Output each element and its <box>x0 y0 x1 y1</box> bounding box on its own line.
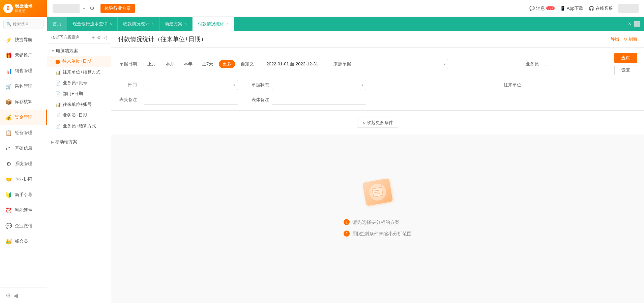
window-close-button[interactable]: × <box>628 21 631 27</box>
sidebar-item-member[interactable]: 👑 畅会员 <box>0 234 47 249</box>
last-month-button[interactable]: 上月 <box>144 60 160 68</box>
sidebar-item-basic-info[interactable]: 🗃 基础信息 <box>0 141 47 156</box>
scheme-item-partner-account[interactable]: 📊 往来单位+账号 <box>47 99 111 110</box>
last-7days-button[interactable]: 近7天 <box>198 60 217 68</box>
refresh-button[interactable]: ↻ 刷新 <box>623 36 637 42</box>
system-icon: ⚙ <box>5 161 12 167</box>
tab-receive-stats[interactable]: 收款情况统计 × <box>118 17 159 31</box>
sidebar: 6 畅捷通讯 标准版 🔍 搜索菜单 ⚡ 快捷导航 🎁 营销推广 📊 销售管理 🛒… <box>0 0 47 303</box>
tab-close-receive-stats[interactable]: × <box>151 22 154 26</box>
scheme-chart-icon: 📊 <box>55 70 61 75</box>
header-note-input[interactable] <box>144 95 238 105</box>
sidebar-item-enterprise[interactable]: 🤝 企业协同 <box>0 172 47 187</box>
date-range-display[interactable]: 2022-01-01 至 2022-12-31 <box>264 60 320 68</box>
collapse-more-button[interactable]: ∧ 收起更多条件 <box>357 118 398 128</box>
export-button[interactable]: ↑ 导出 <box>607 36 620 42</box>
sidebar-item-guide[interactable]: 🔰 新手引导 <box>0 187 47 203</box>
scheme-doc-icon2: 📄 <box>55 91 61 96</box>
sidebar-item-inventory[interactable]: 📦 库存核算 <box>0 94 47 110</box>
guide-icon: 🔰 <box>5 192 12 198</box>
scheme-item-salesman-date[interactable]: 📄 业务员+日期 <box>47 110 111 121</box>
footer-collapse-button[interactable]: ◀ <box>13 292 18 299</box>
scheme-doc-icon: 📄 <box>55 81 61 86</box>
this-month-button[interactable]: 本月 <box>162 60 178 68</box>
custom-date-button[interactable]: 自定义 <box>237 60 258 68</box>
scheme-group-mobile: ▶ 移动端方案 <box>47 133 111 149</box>
collapse-area: ∧ 收起更多条件 <box>111 111 644 134</box>
dept-select[interactable]: ▾ <box>144 80 238 90</box>
sidebar-item-sales[interactable]: 📊 销售管理 <box>0 63 47 79</box>
scheme-item-salesman-settle[interactable]: 📄 业务员+结算方式 <box>47 121 111 131</box>
inventory-icon: 📦 <box>5 99 12 105</box>
sidebar-header: 6 畅捷通讯 标准版 <box>0 0 47 17</box>
body-note-input[interactable] <box>272 95 366 105</box>
tab-new-scheme[interactable]: 新建方案 × <box>159 17 193 31</box>
topbar-settings-button[interactable]: ⚙ <box>90 5 94 11</box>
source-doc-select[interactable]: ▾ <box>354 59 448 69</box>
filter-settings-button[interactable]: 设置 <box>614 65 637 75</box>
pc-group-arrow: ▼ <box>51 49 55 53</box>
more-dates-button[interactable]: 更多 <box>219 60 235 68</box>
this-year-button[interactable]: 本年 <box>180 60 196 68</box>
scheme-item-partner-settle[interactable]: 📊 往来单位+结算方式 <box>47 67 111 78</box>
app-download-button[interactable]: 📱 App下载 <box>560 5 583 11</box>
logo-icon: 6 <box>3 4 13 13</box>
sidebar-item-operations[interactable]: 📋 经营管理 <box>0 125 47 141</box>
sidebar-item-quick-nav[interactable]: ⚡ 快捷导航 <box>0 32 47 48</box>
sidebar-footer: ⚙ ◀ <box>0 287 47 303</box>
topbar-user-area <box>53 4 80 13</box>
empty-icon <box>357 177 398 211</box>
doc-status-arrow: ▾ <box>361 83 363 87</box>
partner-input[interactable] <box>524 80 585 90</box>
topbar-dropdown-button[interactable]: ▾ <box>83 6 85 11</box>
tab-home[interactable]: 首页 <box>47 17 67 31</box>
sidebar-item-marketing[interactable]: 🎁 营销推广 <box>0 48 47 63</box>
scheme-settings-button[interactable]: ⚙ <box>97 35 101 40</box>
window-maximize-button[interactable]: ⬜ <box>634 21 641 27</box>
tab-close-new-scheme[interactable]: × <box>184 22 187 26</box>
search-menu-button[interactable]: 🔍 搜索菜单 <box>3 20 43 29</box>
messages-button[interactable]: 💬 消息 99+ <box>529 5 555 11</box>
page-title: 付款情况统计（往来单位+日期） <box>118 35 607 43</box>
filter-area: 单据日期 上月 本月 本年 近7天 更多 自定义 2022-01-01 至 20… <box>111 48 644 111</box>
try-industry-button[interactable]: 体验行业方案 <box>100 4 135 13</box>
sidebar-item-finance[interactable]: 💰 资金管理 <box>0 110 47 125</box>
tab-bank-flow[interactable]: 现金银行流水查询 × <box>67 17 118 31</box>
footer-settings-button[interactable]: ⚙ <box>5 292 11 299</box>
message-icon: 💬 <box>529 6 535 11</box>
sidebar-item-hardware[interactable]: ⏰ 智能硬件 <box>0 203 47 218</box>
scheme-active-icon: ⬤ <box>55 59 60 64</box>
doc-status-select[interactable]: ▾ <box>272 80 366 90</box>
online-service-button[interactable]: 🎧 在线客服 <box>589 5 613 11</box>
scheme-group-pc-header[interactable]: ▼ 电脑端方案 <box>47 46 111 56</box>
filter-row-1: 单据日期 上月 本月 本年 近7天 更多 自定义 2022-01-01 至 20… <box>118 53 637 75</box>
mobile-group-arrow: ▶ <box>51 140 54 144</box>
query-button[interactable]: 查询 <box>614 53 637 63</box>
source-doc-arrow: ▾ <box>443 62 445 66</box>
sidebar-item-purchase[interactable]: 🛒 采购管理 <box>0 79 47 94</box>
salesman-input[interactable] <box>541 59 602 69</box>
sidebar-item-weixin[interactable]: 💬 企业微信 <box>0 218 47 234</box>
scheme-item-salesman-account[interactable]: 📄 业务员+账号 <box>47 78 111 88</box>
user-avatar-right[interactable] <box>618 4 639 13</box>
topbar: ▾ ⚙ 体验行业方案 💬 消息 99+ 📱 App下载 🎧 在线客服 <box>47 0 644 17</box>
scheme-item-dept-date[interactable]: 📄 部门+日期 <box>47 88 111 99</box>
user-avatar <box>53 4 80 13</box>
quick-nav-icon: ⚡ <box>5 37 12 43</box>
scheme-collapse-button[interactable]: ◁ <box>103 35 107 40</box>
scheme-add-button[interactable]: + <box>92 35 95 40</box>
tab-pay-stats[interactable]: 付款情况统计 × <box>193 17 234 31</box>
tab-close-bank-flow[interactable]: × <box>110 22 112 26</box>
tab-close-pay-stats[interactable]: × <box>226 22 229 26</box>
empty-tip-1: 1 请先选择要分析的方案 <box>344 217 412 227</box>
tabbar: 首页 现金银行流水查询 × 收款情况统计 × 新建方案 × 付款情况统计 × ×… <box>47 17 644 31</box>
date-options: 上月 本月 本年 近7天 更多 自定义 <box>144 60 258 68</box>
scheme-item-partner-date[interactable]: ⬤ 往来单位+日期 <box>47 56 111 67</box>
service-icon: 🎧 <box>589 6 594 11</box>
member-icon: 👑 <box>5 238 12 245</box>
scheme-panel: 按以下方案查询 + ⚙ ◁ ▼ 电脑端方案 ⬤ 往来单位+日期 📊 往来单位+结… <box>47 31 111 303</box>
enterprise-icon: 🤝 <box>5 176 12 183</box>
finance-icon: 💰 <box>5 114 12 121</box>
sidebar-item-system[interactable]: ⚙ 系统管理 <box>0 156 47 172</box>
scheme-group-mobile-header[interactable]: ▶ 移动端方案 <box>47 137 111 147</box>
